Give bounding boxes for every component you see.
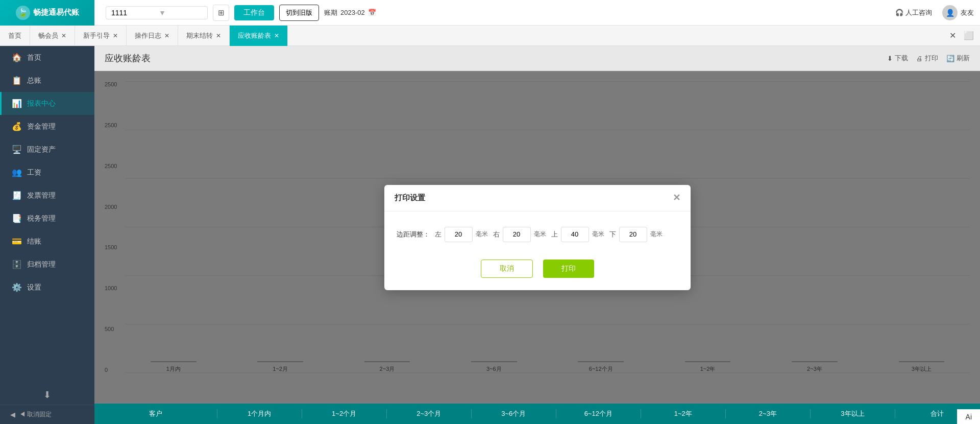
margin-right-input[interactable] <box>503 227 531 242</box>
th-customer: 客户 <box>94 409 217 418</box>
sidebar-scroll-down[interactable]: ⬇ <box>0 385 94 405</box>
sidebar-item-assets[interactable]: 🖥️ 固定资产 <box>0 138 94 161</box>
tab-closing[interactable]: 期末结转 ✕ <box>178 26 230 46</box>
sidebar: 🏠 首页 📋 总账 📊 报表中心 💰 资金管理 🖥️ 固定资产 <box>0 46 94 424</box>
reports-icon: 📊 <box>12 99 22 108</box>
refresh-label: 刷新 <box>957 54 970 63</box>
sidebar-item-payroll-label: 工资 <box>27 168 41 177</box>
company-selector[interactable]: 1111 ▼ <box>106 6 208 19</box>
right-unit: 毫米 <box>534 230 546 239</box>
download-button[interactable]: ⬇ 下载 <box>887 54 908 63</box>
page-title: 应收账龄表 <box>105 52 151 64</box>
tab-member-close[interactable]: ✕ <box>61 32 66 39</box>
bottom-dir-label: 下 <box>609 230 616 239</box>
th-1month: 1个月内 <box>217 409 302 418</box>
margin-top-group: 上 毫米 <box>551 227 604 242</box>
collapse-icon: ◀ <box>10 411 15 418</box>
sidebar-item-archive-label: 归档管理 <box>27 260 56 269</box>
help-label: 人工咨询 <box>905 8 932 17</box>
switch-button[interactable]: 切到旧版 <box>279 5 319 21</box>
th-6-12month: 6~12个月 <box>556 409 641 418</box>
th-1-2year: 1~2年 <box>641 409 726 418</box>
company-name: 1111 <box>111 9 155 17</box>
download-icon: ⬇ <box>887 55 893 62</box>
tab-bar: 首页 畅会员 ✕ 新手引导 ✕ 操作日志 ✕ 期末结转 ✕ 应收账龄表 ✕ ✕ … <box>0 26 980 46</box>
tab-close-all[interactable]: ✕ <box>945 29 960 43</box>
tab-aging-close[interactable]: ✕ <box>274 32 279 39</box>
avatar: 👤 <box>942 5 958 20</box>
period-prefix: 账期 <box>324 8 337 17</box>
margin-label: 边距调整： <box>397 230 430 239</box>
refresh-button[interactable]: 🔄 刷新 <box>946 54 970 63</box>
headset-icon: 🎧 <box>895 9 903 16</box>
sidebar-item-funds[interactable]: 💰 资金管理 <box>0 115 94 138</box>
home-icon: 🏠 <box>12 53 22 62</box>
sidebar-item-ledger[interactable]: 📋 总账 <box>0 69 94 92</box>
tab-log[interactable]: 操作日志 ✕ <box>127 26 178 46</box>
sidebar-item-invoice[interactable]: 🧾 发票管理 <box>0 184 94 207</box>
logo-text: 畅捷通易代账 <box>33 8 79 17</box>
margin-left-input[interactable] <box>445 227 473 242</box>
workbench-button[interactable]: 工作台 <box>234 5 274 20</box>
page-header: 应收账龄表 ⬇ 下载 🖨 打印 🔄 刷新 <box>94 46 980 71</box>
tab-guide-close[interactable]: ✕ <box>113 32 118 39</box>
ai-label[interactable]: Ai <box>957 409 980 424</box>
tab-member[interactable]: 畅会员 ✕ <box>30 26 75 46</box>
sidebar-item-funds-label: 资金管理 <box>27 122 56 131</box>
invoice-icon: 🧾 <box>12 191 22 200</box>
left-dir-label: 左 <box>435 230 442 239</box>
th-3-6month: 3~6个月 <box>472 409 556 418</box>
tax-icon: 📑 <box>12 214 22 223</box>
tab-member-label: 畅会员 <box>38 31 58 40</box>
confirm-print-button[interactable]: 打印 <box>543 260 594 278</box>
sidebar-item-payroll[interactable]: 👥 工资 <box>0 161 94 184</box>
margin-bottom-group: 下 毫米 <box>609 227 663 242</box>
sidebar-item-reports[interactable]: 📊 报表中心 <box>0 92 94 115</box>
bottom-unit: 毫米 <box>650 230 663 239</box>
tab-aging[interactable]: 应收账龄表 ✕ <box>230 26 288 46</box>
cancel-button[interactable]: 取消 <box>481 260 533 278</box>
tab-log-label: 操作日志 <box>135 31 161 40</box>
margin-bottom-input[interactable] <box>619 227 647 242</box>
top-dir-label: 上 <box>551 230 558 239</box>
dialog-close-button[interactable]: ✕ <box>673 193 680 202</box>
tab-closing-label: 期末结转 <box>186 31 213 40</box>
ai-label-text: Ai <box>966 413 972 421</box>
left-unit: 毫米 <box>476 230 488 239</box>
logo: 🍃 畅捷通易代账 <box>0 0 94 26</box>
sidebar-item-checkout[interactable]: 💳 结账 <box>0 230 94 253</box>
sidebar-item-checkout-label: 结账 <box>27 237 41 246</box>
sidebar-item-home[interactable]: 🏠 首页 <box>0 46 94 69</box>
dialog-body: 边距调整： 左 毫米 右 毫米 <box>384 211 691 254</box>
user-menu[interactable]: 👤 友友 <box>942 5 974 20</box>
tab-maximize[interactable]: ⬜ <box>962 29 976 43</box>
calendar-icon[interactable]: 📅 <box>368 9 376 16</box>
tab-guide[interactable]: 新手引导 ✕ <box>75 26 127 46</box>
sidebar-item-tax[interactable]: 📑 税务管理 <box>0 207 94 230</box>
sidebar-item-archive[interactable]: 🗄️ 归档管理 <box>0 253 94 276</box>
tab-aging-label: 应收账龄表 <box>238 31 271 40</box>
copy-icon[interactable]: ⊞ <box>213 5 229 21</box>
tab-log-close[interactable]: ✕ <box>164 32 169 39</box>
sidebar-item-settings[interactable]: ⚙️ 设置 <box>0 276 94 299</box>
margin-top-input[interactable] <box>561 227 589 242</box>
dialog-title: 打印设置 <box>395 193 425 203</box>
print-button[interactable]: 🖨 打印 <box>916 54 938 63</box>
logo-icon: 🍃 <box>16 6 30 20</box>
th-3plus: 3年以上 <box>811 409 895 418</box>
help-button[interactable]: 🎧 人工咨询 <box>895 8 932 17</box>
chevron-down-icon: ▼ <box>159 9 202 17</box>
print-icon: 🖨 <box>916 55 923 62</box>
tab-home[interactable]: 首页 <box>0 26 30 46</box>
period-value: 2023-02 <box>340 9 365 16</box>
dialog-footer: 取消 打印 <box>384 254 691 290</box>
sidebar-item-ledger-label: 总账 <box>27 76 41 85</box>
sidebar-item-invoice-label: 发票管理 <box>27 191 56 200</box>
dialog-header: 打印设置 ✕ <box>384 185 691 211</box>
settings-icon: ⚙️ <box>12 282 22 292</box>
margin-row: 边距调整： 左 毫米 右 毫米 <box>397 227 678 242</box>
sidebar-collapse[interactable]: ◀ ◀ 取消固定 <box>0 405 94 424</box>
tab-closing-close[interactable]: ✕ <box>216 32 221 39</box>
user-name: 友友 <box>961 8 974 17</box>
payroll-icon: 👥 <box>12 168 22 177</box>
